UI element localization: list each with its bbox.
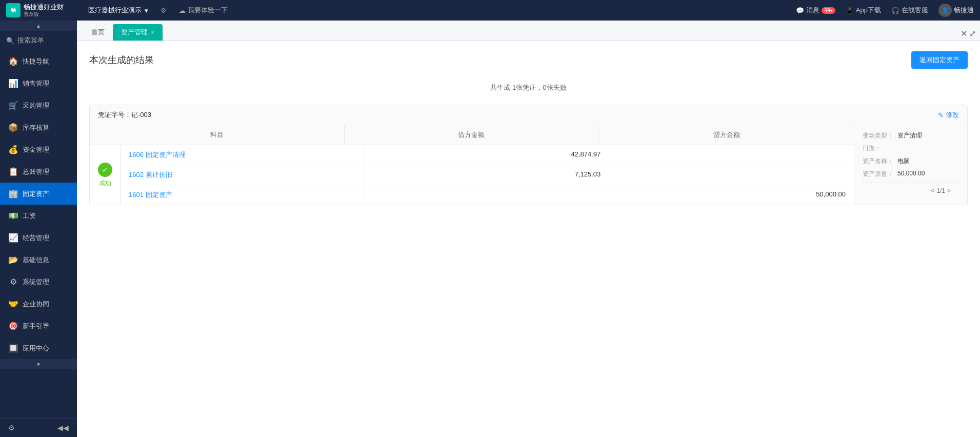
sidebar-item-label: 快捷导航 — [23, 57, 49, 66]
user-menu-button[interactable]: 👤 畅捷通 — [938, 4, 974, 17]
sidebar-item-operations[interactable]: 📈 经营管理 — [0, 227, 77, 249]
cell-debit-2: 7,125.03 — [365, 165, 610, 185]
sidebar-item-basics[interactable]: 📂 基础信息 — [0, 249, 77, 271]
sidebar-item-fixed-assets[interactable]: 🏢 固定资产 — [0, 183, 77, 205]
cell-subject-2[interactable]: 1602 累计折旧 — [121, 165, 365, 185]
result-summary: 共生成 1张凭证，0张失败 — [89, 79, 968, 96]
table-row: 1602 累计折旧 7,125.03 — [121, 165, 854, 185]
sidebar-scroll-down[interactable]: ▼ — [0, 359, 77, 369]
sidebar-item-quick-nav[interactable]: 🏠 快捷导航 — [0, 50, 77, 72]
change-type-row: 变动类型： 资产清理 — [863, 131, 959, 140]
sidebar-collapse-button[interactable]: ◀◀ — [57, 424, 69, 432]
date-label: 日期： — [863, 144, 881, 153]
experience-label: 我要体验一下 — [188, 6, 228, 15]
pagination: < 1/1 > — [863, 183, 959, 198]
customer-service-button[interactable]: 🎧 在线客服 — [891, 6, 928, 15]
tab-close-icon[interactable]: × — [151, 29, 154, 36]
back-to-fixed-assets-button[interactable]: 返回固定资产 — [911, 51, 968, 69]
sidebar-item-label: 基础信息 — [23, 255, 49, 265]
search-menu-button[interactable]: 🔍 搜索菜单 — [0, 31, 77, 50]
sidebar-item-enterprise[interactable]: 🤝 企业协同 — [0, 293, 77, 315]
sidebar-item-system[interactable]: ⚙ 系统管理 — [0, 271, 77, 293]
prev-page-button[interactable]: < — [931, 187, 934, 194]
payroll-icon: 💵 — [8, 211, 18, 221]
voucher-header: 凭证字号：记-003 ✎ 修改 — [90, 105, 967, 125]
asset-name-value: 电脑 — [897, 157, 910, 166]
sidebar-item-ledger[interactable]: 📋 总账管理 — [0, 161, 77, 183]
sidebar-item-label: 应用中心 — [23, 344, 49, 353]
voucher-body: 科目 借方金额 贷方金额 ✓ 成功 1606 固定资产清理 — [90, 125, 967, 205]
search-icon: 🔍 — [6, 37, 14, 45]
cell-credit-1 — [609, 145, 854, 165]
experience-button[interactable]: ☁ 我要体验一下 — [179, 6, 228, 15]
voucher-card: 凭证字号：记-003 ✎ 修改 科目 借方金额 贷方金额 — [89, 105, 968, 205]
sidebar-item-label: 采购管理 — [23, 101, 49, 110]
sales-icon: 📊 — [8, 78, 18, 88]
cell-subject-3[interactable]: 1601 固定资产 — [121, 185, 365, 205]
sidebar-item-guide[interactable]: 🎯 新手引导 — [0, 315, 77, 337]
cell-subject-1[interactable]: 1606 固定资产清理 — [121, 145, 365, 165]
table-rows: 1606 固定资产清理 42,874.97 1602 累计折旧 7,125.03 — [121, 145, 854, 205]
expand-panel-button[interactable]: ⤢ — [969, 29, 976, 38]
operations-icon: 📈 — [8, 233, 18, 243]
cell-credit-2 — [609, 165, 854, 185]
asset-value-row: 资产原值： 50,000.00 — [863, 170, 959, 178]
logo-main: 畅捷通好业财 — [24, 3, 64, 11]
apps-icon: 🔲 — [8, 343, 18, 353]
page-title: 本次生成的结果 — [89, 54, 154, 66]
app-download-button[interactable]: 📱 App下载 — [846, 6, 881, 15]
asset-name-label: 资产名称： — [863, 157, 893, 166]
content-area: 首页 资产管理 × 本次生成的结果 返回固定资产 共生成 1张凭证，0张失败 凭… — [77, 21, 980, 437]
cell-debit-3 — [365, 185, 610, 205]
sidebar-item-label: 经营管理 — [23, 233, 49, 243]
company-selector[interactable]: 医疗器械行业演示 ▾ — [84, 4, 152, 17]
tab-home[interactable]: 首页 — [85, 24, 111, 41]
table-row: 1606 固定资产清理 42,874.97 — [121, 145, 854, 165]
tab-home-label: 首页 — [91, 28, 105, 37]
success-circle-icon: ✓ — [98, 163, 112, 177]
tab-bar: 首页 资产管理 × — [77, 21, 980, 41]
headset-icon: 🎧 — [891, 7, 899, 14]
edit-voucher-button[interactable]: ✎ 修改 — [938, 110, 959, 120]
sidebar-settings-button[interactable]: ⚙ — [8, 424, 15, 432]
sidebar-scroll-up[interactable]: ▲ — [0, 21, 77, 31]
settings-button[interactable]: ⚙ — [158, 5, 169, 16]
sidebar-item-finance[interactable]: 💰 资金管理 — [0, 138, 77, 161]
panel-controls: ✕ ⤢ — [956, 26, 980, 42]
asset-value-value: 50,000.00 — [897, 170, 925, 178]
home-icon: 🏠 — [8, 56, 18, 66]
username: 畅捷通 — [954, 6, 974, 15]
sidebar-item-apps[interactable]: 🔲 应用中心 — [0, 337, 77, 359]
messages-badge: 99+ — [822, 7, 835, 14]
dropdown-icon: ▾ — [145, 7, 148, 14]
date-row: 日期： — [863, 144, 959, 153]
tab-asset-mgmt[interactable]: 资产管理 × — [113, 24, 163, 41]
sidebar-item-label: 系统管理 — [23, 277, 49, 287]
sidebar-item-label: 新手引导 — [23, 322, 49, 331]
success-indicator: ✓ 成功 — [90, 145, 121, 205]
inventory-icon: 📦 — [8, 123, 18, 132]
close-panel-button[interactable]: ✕ — [961, 29, 967, 38]
sidebar-item-inventory[interactable]: 📦 库存核算 — [0, 116, 77, 138]
sidebar-item-label: 销售管理 — [23, 79, 49, 88]
sidebar-item-label: 总账管理 — [23, 167, 49, 176]
sidebar-item-sales[interactable]: 📊 销售管理 — [0, 72, 77, 94]
asset-value-label: 资产原值： — [863, 170, 893, 178]
tab-asset-mgmt-label: 资产管理 — [121, 28, 148, 37]
logo-text: 畅捷通好业财 普及版 — [24, 3, 64, 17]
sidebar-item-payroll[interactable]: 💵 工资 — [0, 205, 77, 227]
voucher-number: 凭证字号：记-003 — [98, 110, 151, 120]
messages-button[interactable]: 💬 消息 99+ — [796, 6, 835, 15]
company-name: 医疗器械行业演示 — [88, 6, 142, 15]
header-right: 💬 消息 99+ 📱 App下载 🎧 在线客服 👤 畅捷通 — [796, 4, 974, 17]
success-text: 成功 — [99, 179, 111, 188]
next-page-button[interactable]: > — [947, 187, 951, 194]
change-type-label: 变动类型： — [863, 131, 893, 140]
customer-service-label: 在线客服 — [902, 6, 928, 15]
messages-label: 消息 — [806, 6, 819, 15]
sidebar-item-purchase[interactable]: 🛒 采购管理 — [0, 94, 77, 116]
logo-icon: 畅 — [6, 3, 21, 17]
change-type-value: 资产清理 — [897, 131, 922, 140]
edit-label: 修改 — [946, 110, 959, 120]
page-info: 1/1 — [936, 187, 945, 194]
